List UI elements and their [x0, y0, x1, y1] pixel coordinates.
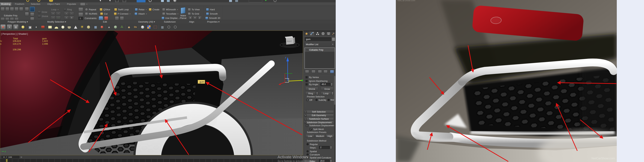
by-angle-field[interactable]: 45.0	[320, 83, 330, 86]
make-planar-label2[interactable]: Planar	[180, 16, 186, 20]
regular-radio[interactable]	[306, 143, 309, 145]
loop-spinner[interactable]: ▲▼	[331, 92, 334, 95]
spatial-curvature-label[interactable]: Spatial and Curvature	[310, 156, 331, 159]
regular-label[interactable]: Regular	[310, 143, 318, 146]
dot-loop2-button[interactable]: -·-	[56, 16, 61, 20]
dot-loop-button[interactable]: ~	[51, 16, 56, 20]
nurms-label[interactable]: NURMS	[89, 12, 97, 16]
create-label[interactable]: Create	[152, 8, 160, 12]
smooth-label[interactable]: Smooth	[210, 12, 218, 16]
to-view-label[interactable]: To View	[192, 8, 200, 12]
bone-icon[interactable]	[99, 24, 104, 30]
preset-low-button[interactable]: Low	[306, 134, 314, 138]
help2-icon[interactable]	[172, 24, 178, 30]
swift-loop-label[interactable]: Swift Loop	[118, 8, 129, 12]
panel-scrollbar[interactable]	[334, 76, 335, 162]
marquee-render-icon[interactable]	[153, 24, 158, 30]
display-tab[interactable]	[326, 31, 331, 36]
ring-shrink-button[interactable]: −	[69, 12, 74, 16]
motion-tab[interactable]	[320, 31, 326, 36]
track-bar[interactable]	[0, 159, 303, 162]
modifier-list-dropdown[interactable]: Modifier List ˅	[304, 42, 335, 46]
preserve-uvs-icon[interactable]	[78, 8, 83, 12]
tweak-icon[interactable]	[78, 12, 83, 17]
by-vertex-checkbox[interactable]	[306, 76, 308, 78]
nurms-icon[interactable]	[85, 12, 88, 15]
remove-modifier-button[interactable]	[324, 70, 328, 73]
video-camera-icon[interactable]	[40, 24, 46, 30]
edit-spinner[interactable]: 1	[78, 17, 83, 20]
dome-primitive-icon[interactable]	[54, 24, 59, 30]
silver-sphere-icon[interactable]	[140, 24, 145, 30]
group-edit[interactable]: Edit	[78, 20, 132, 24]
grass-icon[interactable]: ⁂	[119, 24, 124, 30]
split-mesh-label[interactable]: Split Mesh	[313, 128, 324, 130]
preview-subobj-label[interactable]: SubObj	[318, 99, 326, 101]
align-x-button[interactable]: X	[188, 16, 192, 20]
next-frame-button[interactable]: >	[20, 156, 23, 158]
tab-selection[interactable]: Selection	[28, 2, 43, 6]
use-displacement-label[interactable]: Use Displac…	[165, 16, 180, 20]
workspace-dropdown[interactable]	[249, 0, 262, 2]
edge-field[interactable]: 20.0	[319, 160, 330, 162]
loop-button[interactable]: Loop	[321, 92, 331, 95]
sphere-primitive-icon[interactable]	[60, 24, 66, 30]
object-name-field[interactable]	[305, 37, 331, 41]
smooth30-icon[interactable]	[205, 17, 208, 20]
attach-icon[interactable]	[134, 12, 137, 15]
help-icon[interactable]	[274, 0, 276, 2]
modify-tab[interactable]	[309, 31, 314, 36]
subdivision-displacement-label[interactable]: Subdivision Displacement	[309, 124, 335, 127]
chevron-down-icon[interactable]: ˅	[331, 42, 335, 46]
help1-icon[interactable]	[166, 24, 172, 30]
hierarchy-tab[interactable]	[315, 31, 320, 36]
frame-counter[interactable]: 0 / 100	[2, 156, 19, 158]
tab-populate[interactable]: Populate	[64, 2, 79, 6]
group-geometry[interactable]: Geometry (All) ▾	[133, 20, 160, 24]
loop-label[interactable]: Loop	[51, 8, 56, 12]
light-icon[interactable]	[20, 24, 26, 30]
by-angle-spinner[interactable]: ▲▼	[330, 83, 333, 86]
show-end-result-button2[interactable]	[312, 70, 316, 73]
preview-multi-radio[interactable]	[328, 99, 330, 101]
ring-icon[interactable]	[64, 8, 66, 11]
tripod-icon[interactable]: ▲	[106, 24, 112, 30]
rollout-soft-selection[interactable]: +Soft Selection	[304, 110, 334, 114]
attach-label[interactable]: Attach	[138, 12, 145, 16]
border-mode-icon[interactable]	[10, 7, 14, 11]
shading-icon[interactable]: ◐	[34, 24, 39, 30]
chevron-down-icon[interactable]: ▾	[86, 3, 87, 5]
swift-loop-icon[interactable]	[114, 8, 117, 11]
spatial-curvature-radio[interactable]	[306, 157, 309, 159]
mirror-icon[interactable]	[229, 0, 232, 2]
window-icon[interactable]	[161, 0, 164, 2]
smooth-icon[interactable]	[206, 12, 209, 15]
ribbon-display-tab[interactable]	[80, 3, 85, 5]
preview-subobj-radio[interactable]	[316, 99, 318, 101]
ignore-backfacing-checkbox[interactable]	[306, 80, 308, 82]
undo-icon[interactable]	[26, 0, 29, 2]
edit-extra1-icon[interactable]	[115, 16, 119, 20]
ring-button[interactable]: Ring	[306, 92, 316, 95]
ignore-backfacing-label[interactable]: Ignore Backfacing	[309, 80, 328, 82]
preset-medium-button[interactable]: Medium	[315, 134, 325, 138]
by-vertex-label[interactable]: By Vertex	[309, 76, 319, 78]
tessellate-icon[interactable]	[162, 12, 165, 15]
cone-icon[interactable]	[73, 24, 78, 30]
render-setup-icon[interactable]	[0, 24, 6, 30]
stack-item-label[interactable]: Editable Poly	[309, 48, 324, 51]
window2-icon[interactable]	[167, 0, 170, 2]
by-angle-label[interactable]: By Angle:	[309, 83, 319, 86]
subdivision-displacement-checkbox[interactable]	[306, 124, 308, 127]
tab-object-paint[interactable]: Object Paint	[45, 2, 62, 6]
group-align[interactable]: Align	[180, 20, 204, 24]
steps-field[interactable]: 2	[319, 146, 330, 149]
repeat-icon[interactable]	[85, 8, 88, 11]
rollout-subdivision-displacement[interactable]: −Subdivision Displacement	[304, 121, 334, 124]
stack-down-icon[interactable]	[25, 12, 29, 16]
spatial-radio[interactable]	[306, 150, 309, 152]
configure-sets-button[interactable]	[330, 70, 334, 73]
group-properties[interactable]: Properties ▾	[204, 20, 222, 24]
polygon-mode-icon[interactable]	[14, 7, 18, 11]
tab-freeform[interactable]: Freeform	[13, 2, 26, 6]
